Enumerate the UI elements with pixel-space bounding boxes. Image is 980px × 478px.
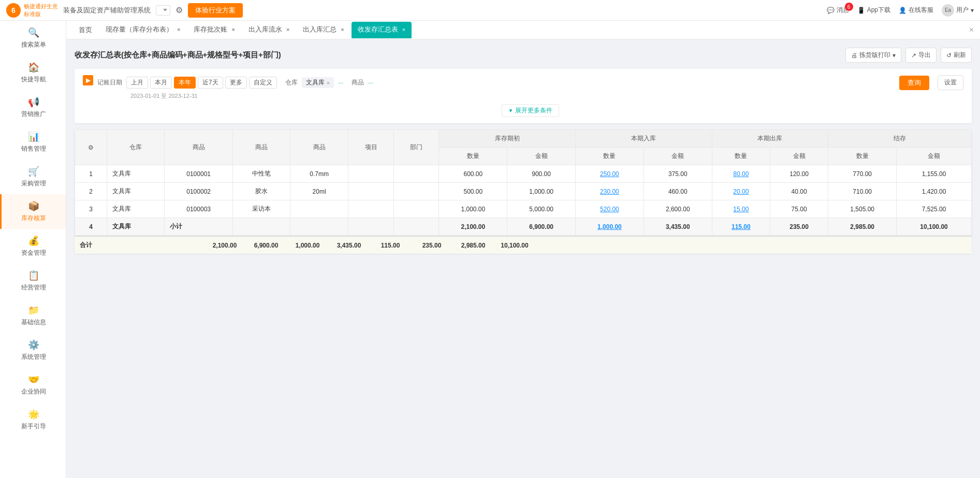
date-filter-group: 记账日期 上月 本月 本年 近7天 更多 自定义: [97, 77, 277, 89]
system-icon: ⚙️: [28, 339, 39, 351]
logo-text: 畅捷通好生意 标准版: [24, 3, 58, 18]
tab-close-all[interactable]: ×: [969, 25, 974, 35]
warehouse-more[interactable]: ···: [338, 79, 343, 86]
row-closing-qty-3: 1,505.00: [828, 200, 897, 218]
refresh-icon: ↺: [946, 52, 952, 59]
row-in-qty-2[interactable]: 230.00: [576, 183, 644, 200]
tab-close-inout-flow[interactable]: ×: [286, 26, 289, 33]
goods-more[interactable]: ···: [368, 79, 373, 86]
sidebar-item-system[interactable]: ⚙️ 系统管理: [0, 333, 66, 368]
date-btn-this-month[interactable]: 本月: [150, 77, 172, 89]
table-settings-icon[interactable]: ⚙: [88, 144, 94, 151]
total-out-amount: 235.00: [411, 242, 452, 249]
date-btn-more[interactable]: 更多: [225, 77, 247, 89]
subtotal-empty4: [393, 218, 439, 236]
th-goods-name: 商品: [233, 130, 290, 165]
total-in-qty: 1,000.00: [287, 242, 328, 249]
subtotal-empty1: [233, 218, 290, 236]
th-department: 部门: [393, 130, 439, 165]
date-btn-7days[interactable]: 近7天: [198, 77, 223, 89]
warehouse-tag: 文具库 ×: [302, 77, 334, 88]
tab-close-batch[interactable]: ×: [231, 26, 235, 33]
date-btn-custom[interactable]: 自定义: [249, 77, 277, 89]
sidebar-item-operations[interactable]: 📋 经营管理: [0, 264, 66, 298]
messages-item[interactable]: 💬 消息 6: [827, 6, 849, 15]
expand-button[interactable]: ▼ 展开更多条件: [502, 104, 560, 117]
print-button[interactable]: 🖨 拣货版打印 ▾: [845, 48, 901, 63]
tab-stock-dist[interactable]: 现存量（库存分布表） ×: [99, 22, 186, 38]
date-btn-last-month[interactable]: 上月: [126, 77, 148, 89]
th-opening-group: 库存期初: [439, 130, 576, 148]
page-content: 收发存汇总表(按仓库+商品编码+商品+规格型号+项目+部门) 🖨 拣货版打印 ▾…: [66, 39, 980, 478]
tab-close-stock-dist[interactable]: ×: [177, 26, 180, 33]
main-wrapper: 🔍 搜索菜单 🏠 快捷导航 📢 营销推广 📊 销售管理 🛒 采购管理 📦: [0, 21, 980, 478]
th-out-amount: 金额: [770, 148, 828, 165]
total-opening-qty: 2,100.00: [204, 242, 245, 249]
tab-close-inout-summary[interactable]: ×: [341, 26, 344, 33]
sidebar-item-quick-nav[interactable]: 🏠 快捷导航: [0, 55, 66, 90]
sidebar-item-finance[interactable]: 💰 资金管理: [0, 229, 66, 264]
tab-inout-summary[interactable]: 出入库汇总 ×: [297, 22, 350, 38]
sidebar-item-corp[interactable]: 🤝 企业协同: [0, 368, 66, 402]
user-item[interactable]: Ea 用户 ▾: [942, 4, 974, 17]
row-project-3: [348, 200, 394, 218]
row-out-amount-1: 120.00: [770, 165, 828, 183]
row-in-amount-2: 460.00: [643, 183, 712, 200]
row-in-amount-1: 375.00: [643, 165, 712, 183]
tab-bar: 首页 现存量（库存分布表） × 库存批次账 × 出入库流水 × 出入库汇总 ×: [66, 21, 980, 39]
trial-button[interactable]: 体验行业方案: [188, 3, 243, 18]
system-select[interactable]: [156, 5, 170, 16]
row-in-qty-1[interactable]: 250.00: [576, 165, 644, 183]
operations-icon: 📋: [28, 270, 39, 281]
inventory-icon: 📦: [28, 200, 39, 212]
row-out-qty-2[interactable]: 20.00: [712, 183, 770, 200]
row-out-amount-3: 75.00: [770, 200, 828, 218]
row-num-1: 1: [75, 165, 107, 183]
total-closing-qty: 2,985.00: [452, 242, 494, 249]
row-out-qty-3[interactable]: 15.00: [712, 200, 770, 218]
sidebar-item-inventory[interactable]: 📦 库存核算: [0, 194, 66, 229]
export-button[interactable]: ↗ 导出: [905, 48, 937, 63]
row-code-3: 0100003: [165, 200, 233, 218]
expand-down-icon: ▼: [508, 108, 514, 113]
sidebar-item-search[interactable]: 🔍 搜索菜单: [0, 21, 66, 55]
refresh-button[interactable]: ↺ 刷新: [941, 48, 972, 63]
tab-recv-send[interactable]: 收发存汇总表 ×: [352, 22, 412, 38]
sidebar-item-newbie[interactable]: 🌟 新手引导: [0, 402, 66, 437]
subtotal-warehouse: 文具库: [107, 218, 165, 236]
th-opening-amount: 金额: [507, 148, 576, 165]
row-opening-amount-3: 5,000.00: [507, 200, 576, 218]
tab-home[interactable]: 首页: [72, 22, 98, 38]
row-out-qty-1[interactable]: 80.00: [712, 165, 770, 183]
top-bar-left: 6 畅捷通好生意 标准版 装备及固定资产辅助管理系统 ⚙ 体验行业方案: [6, 3, 243, 18]
row-in-qty-3[interactable]: 520.00: [576, 200, 644, 218]
tab-inout-flow[interactable]: 出入库流水 ×: [242, 22, 296, 38]
app-download-item[interactable]: 📱 App下载: [857, 6, 890, 15]
sidebar-item-marketing[interactable]: 📢 营销推广: [0, 90, 66, 125]
settings-button[interactable]: 设置: [938, 75, 963, 90]
row-project-2: [348, 183, 394, 200]
th-settings: ⚙: [75, 130, 107, 165]
top-bar-right: 💬 消息 6 📱 App下载 👤 在线客服 Ea 用户 ▾: [827, 4, 974, 17]
sidebar-item-sales[interactable]: 📊 销售管理: [0, 125, 66, 160]
date-btn-this-year[interactable]: 本年: [174, 77, 196, 89]
sales-icon: 📊: [28, 131, 39, 142]
subtotal-closing-qty: 2,985.00: [828, 218, 897, 236]
gear-button[interactable]: ⚙: [175, 5, 183, 15]
online-service-item[interactable]: 👤 在线客服: [899, 6, 933, 15]
subtotal-out-qty[interactable]: 115.00: [712, 218, 770, 236]
tab-close-recv-send[interactable]: ×: [402, 26, 405, 33]
search-button[interactable]: 查询: [899, 76, 929, 90]
phone-icon: 📱: [857, 7, 865, 14]
marketing-icon: 📢: [28, 96, 39, 108]
row-name-3: 采访本: [233, 200, 290, 218]
th-project: 项目: [348, 130, 394, 165]
filter-toggle[interactable]: ▶: [83, 75, 93, 85]
tab-batch[interactable]: 库存批次账 ×: [187, 22, 241, 38]
date-range-text: 2023-01-01 至 2023-12-31: [130, 93, 198, 99]
subtotal-in-qty[interactable]: 1,000.00: [576, 218, 644, 236]
warehouse-tag-close[interactable]: ×: [327, 80, 330, 86]
sidebar-item-basic-info[interactable]: 📁 基础信息: [0, 298, 66, 333]
th-closing-qty: 数量: [828, 148, 897, 165]
sidebar-item-purchase[interactable]: 🛒 采购管理: [0, 160, 66, 194]
